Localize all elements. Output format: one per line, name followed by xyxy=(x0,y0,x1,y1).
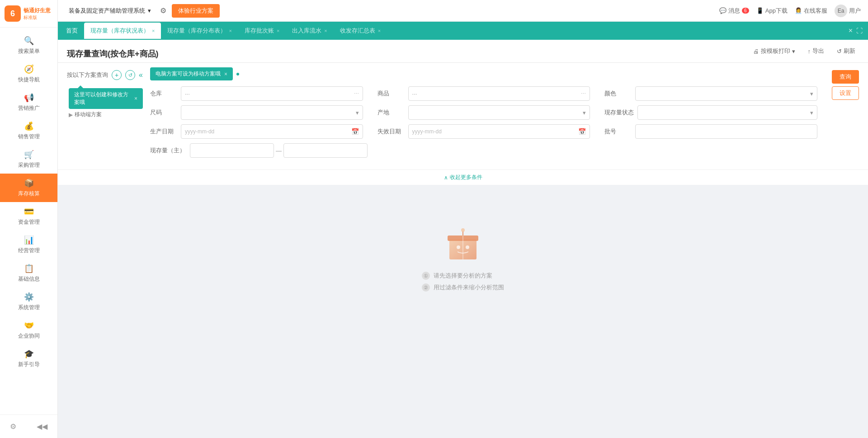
arrow-scheme-btn[interactable]: « xyxy=(139,71,143,79)
tip-text-1: 请先选择要分析的方案 xyxy=(434,272,492,280)
tooltip1-wrapper: 电脑方案可设为移动方案哦 × xyxy=(150,67,239,80)
tab-inventory-status[interactable]: 现存量（库存状况表） × xyxy=(84,23,161,39)
origin-select[interactable]: ▾ xyxy=(408,105,590,120)
svg-point-3 xyxy=(457,245,460,249)
tab-close-icon[interactable]: × xyxy=(378,28,381,33)
field-warehouse: 仓库 ··· ⋯ xyxy=(150,86,363,101)
topbar: 装备及固定资产辅助管理系统 ▾ ⚙ 体验行业方案 💬 消息 6 📱 App下载 … xyxy=(58,0,868,22)
sidebar-item-label: 系统管理 xyxy=(18,304,40,311)
collapse-sidebar-btn[interactable]: ◀◀ xyxy=(35,420,49,433)
user-area[interactable]: Ea 用户 xyxy=(835,5,861,17)
collapse-bar[interactable]: ∧ 收起更多条件 xyxy=(58,170,868,185)
sidebar-item-label: 经营管理 xyxy=(18,247,40,254)
warehouse-select[interactable]: ··· ⋯ xyxy=(181,86,363,101)
scheme-selector: 按以下方案查询 + ↺ « ▼ 电脑端方案 按照品 ▶ xyxy=(67,70,143,121)
online-service-btn[interactable]: 👩‍💼 在线客服 xyxy=(795,7,827,15)
dot-indicator xyxy=(236,73,239,75)
sidebar-item-newbie[interactable]: 🎓 新手引导 xyxy=(0,344,57,373)
size-select[interactable]: ▾ xyxy=(181,105,363,120)
user-name: 用户 xyxy=(849,7,861,15)
field-product: 商品 ··· ⋯ xyxy=(377,86,590,101)
empty-state: ① 请先选择要分析的方案 ② 用过滤条件来缩小分析范围 xyxy=(58,185,868,328)
produce-date-label: 生产日期 xyxy=(150,127,177,136)
chevron-down-icon: ▾ xyxy=(792,48,795,55)
sidebar-item-operation[interactable]: 📊 经营管理 xyxy=(0,231,57,259)
empty-tip-2: ② 用过滤条件来缩小分析范围 xyxy=(422,283,504,292)
tooltip1-text: 电脑方案可设为移动方案哦 xyxy=(156,70,221,78)
system-nav-icon: ⚙️ xyxy=(24,292,34,302)
close-all-tabs-btn[interactable]: × xyxy=(849,27,853,35)
filter-row-2: 尺码 ▾ 产地 ▾ xyxy=(150,105,817,120)
tab-summary[interactable]: 收发存汇总表 × xyxy=(334,23,387,39)
color-select[interactable]: ▾ xyxy=(635,86,817,101)
size-label: 尺码 xyxy=(150,108,177,117)
fullscreen-btn[interactable]: ⛶ xyxy=(856,27,863,34)
page-header: 现存量查询(按仓库+商品) 🖨 按模板打印 ▾ ↑ 导出 ↺ 刷新 xyxy=(58,40,868,63)
settings-icon[interactable]: ⚙ xyxy=(160,6,166,15)
product-select[interactable]: ··· ⋯ xyxy=(408,86,590,101)
message-badge: 6 xyxy=(742,8,749,14)
reset-btn[interactable]: 设置 xyxy=(832,86,859,100)
logo-icon: 6 xyxy=(5,5,21,22)
mobile-scheme-group[interactable]: ▶ 移动端方案 xyxy=(67,110,143,119)
sidebar-item-sales[interactable]: 💰 销售管理 xyxy=(0,117,57,145)
guide-nav-icon: 🧭 xyxy=(24,64,34,74)
stock-qty-min[interactable] xyxy=(190,143,274,158)
sidebar-item-purchase[interactable]: 🛒 采购管理 xyxy=(0,145,57,174)
batch-label: 批号 xyxy=(604,127,632,136)
tab-label: 库存批次账 xyxy=(245,27,274,35)
sidebar-item-label: 营销推广 xyxy=(18,104,40,112)
tab-inventory-dist[interactable]: 现存量（库存分布表） × xyxy=(161,23,238,39)
tooltip1-close[interactable]: × xyxy=(224,71,227,77)
refresh-btn[interactable]: ↺ 刷新 xyxy=(833,45,859,57)
trial-btn[interactable]: 体验行业方案 xyxy=(172,4,220,18)
tooltip2-close[interactable]: × xyxy=(134,95,137,102)
export-icon: ↑ xyxy=(808,48,811,55)
app-download-label: App下载 xyxy=(765,7,788,15)
sidebar-item-inventory[interactable]: 📦 库存核算 xyxy=(0,174,57,202)
sidebar-item-guide[interactable]: 🧭 快捷导航 xyxy=(0,60,57,88)
stock-status-select[interactable]: ▾ xyxy=(637,105,817,120)
tab-batch[interactable]: 库存批次账 × xyxy=(238,23,286,39)
sidebar-item-search[interactable]: 🔍 搜索菜单 xyxy=(0,31,57,60)
system-name: 装备及固定资产辅助管理系统 xyxy=(69,7,145,15)
add-scheme-btn[interactable]: + xyxy=(112,70,122,80)
tab-home[interactable]: 首页 xyxy=(60,23,84,39)
sidebar-item-label: 新手引导 xyxy=(18,361,40,368)
collapse-label: 收起更多条件 xyxy=(450,174,482,181)
settings-bottom-btn[interactable]: ⚙ xyxy=(8,420,18,433)
sidebar-bottom: ⚙ ◀◀ xyxy=(0,414,57,438)
field-color: 颜色 ▾ xyxy=(604,86,817,101)
query-btn[interactable]: 查询 xyxy=(832,70,859,84)
tab-close-icon[interactable]: × xyxy=(324,28,327,33)
tab-close-icon[interactable]: × xyxy=(152,28,155,33)
page-actions: 🖨 按模板打印 ▾ ↑ 导出 ↺ 刷新 xyxy=(750,45,859,62)
tab-close-icon[interactable]: × xyxy=(277,28,279,33)
app-download-btn[interactable]: 📱 App下载 xyxy=(756,7,788,15)
sidebar-item-basic[interactable]: 📋 基础信息 xyxy=(0,259,57,287)
produce-date-input[interactable]: yyyy-mm-dd 📅 xyxy=(181,124,363,139)
batch-input[interactable] xyxy=(635,124,817,139)
tooltip-arrow-up xyxy=(78,85,83,88)
topbar-right: 💬 消息 6 📱 App下载 👩‍💼 在线客服 Ea 用户 xyxy=(719,5,861,17)
stock-qty-range: — xyxy=(190,143,368,158)
expire-date-input[interactable]: yyyy-mm-dd 📅 xyxy=(408,124,590,139)
export-btn[interactable]: ↑ 导出 xyxy=(804,45,828,57)
sidebar-item-system[interactable]: ⚙️ 系统管理 xyxy=(0,287,57,316)
select-more-icon2: ⋯ xyxy=(581,91,586,97)
stock-qty-max[interactable] xyxy=(283,143,368,158)
message-icon: 💬 xyxy=(719,7,726,14)
print-btn[interactable]: 🖨 按模板打印 ▾ xyxy=(750,45,799,57)
sidebar-item-finance[interactable]: 💳 资金管理 xyxy=(0,202,57,231)
tab-close-icon[interactable]: × xyxy=(229,28,231,33)
search-nav-icon: 🔍 xyxy=(24,36,34,46)
marketing-nav-icon: 📢 xyxy=(24,93,34,103)
newbie-nav-icon: 🎓 xyxy=(24,349,34,359)
sidebar-item-enterprise[interactable]: 🤝 企业协同 xyxy=(0,316,57,344)
tab-flow[interactable]: 出入库流水 × xyxy=(286,23,333,39)
message-btn[interactable]: 💬 消息 6 xyxy=(719,7,749,15)
edit-scheme-btn[interactable]: ↺ xyxy=(125,70,135,80)
sidebar-item-marketing[interactable]: 📢 营销推广 xyxy=(0,88,57,117)
svg-point-4 xyxy=(466,245,469,249)
system-selector[interactable]: 装备及固定资产辅助管理系统 ▾ xyxy=(65,5,155,17)
